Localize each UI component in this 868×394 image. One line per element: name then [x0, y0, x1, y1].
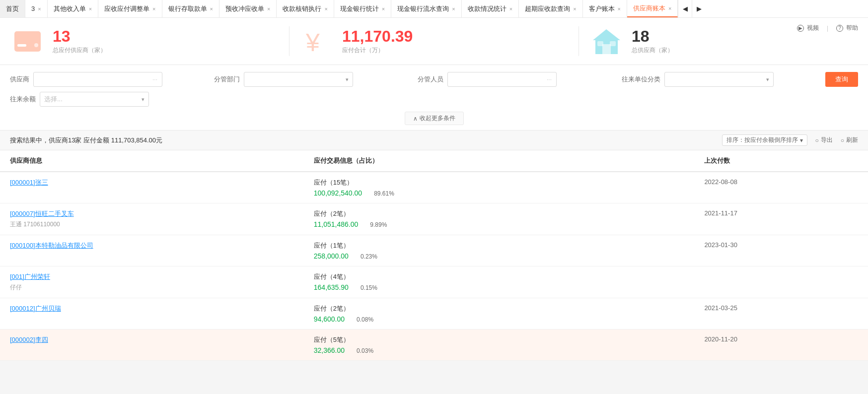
sort-label: 排序：按应付余额倒序排序 — [726, 136, 798, 144]
person-field: 分管人员 ··· — [418, 72, 612, 87]
supplier-link[interactable]: [000007]恒旺二手叉车 — [10, 210, 74, 217]
balance-select[interactable]: 选择... ▾ — [40, 92, 149, 107]
nav-other-income-close[interactable]: × — [89, 6, 92, 12]
result-bar: 搜索结果中，供应商13家 应付金额 111,703,854.00元 排序：按应付… — [0, 131, 868, 150]
svg-rect-0 — [14, 31, 41, 52]
balance-field: 往来余额 选择... ▾ — [10, 92, 858, 107]
tx-cell: 应付（2笔） 94,600.00 0.08% — [304, 298, 695, 329]
nav-overdue-close[interactable]: × — [573, 6, 576, 12]
tx-label: 应付（4笔） — [314, 272, 685, 281]
supplier-input[interactable] — [33, 72, 162, 87]
tx-row: 32,366.00 0.03% — [314, 346, 685, 354]
category-select[interactable]: ▾ — [664, 72, 774, 87]
supplier-sub: 王通 17106110000 — [10, 220, 294, 229]
tx-percent: 0.08% — [357, 316, 373, 323]
nav-cash-stat[interactable]: 现金银行统计 × — [334, 0, 391, 17]
nav-other-income[interactable]: 其他收入单 × — [48, 0, 98, 17]
supplier-link[interactable]: [000012]广州贝瑞 — [10, 305, 61, 312]
col-supplier-info: 供应商信息 — [0, 150, 304, 172]
stat-payable-label: 总应付供应商（家） — [53, 46, 106, 55]
nav-collection-close[interactable]: × — [324, 6, 327, 12]
nav-scroll-left[interactable]: ◀ — [678, 0, 692, 17]
nav-scroll-right[interactable]: ▶ — [692, 0, 706, 17]
nav-overdue[interactable]: 超期应收款查询 × — [519, 0, 582, 17]
export-action[interactable]: ○ 导出 — [815, 136, 833, 144]
last-payment-date: 2021-03-25 — [704, 304, 737, 312]
nav-bank[interactable]: 银行存取款单 × — [162, 0, 219, 17]
tx-row: 11,051,486.00 9.89% — [314, 220, 685, 228]
last-payment-cell: 2021-03-25 — [694, 298, 868, 329]
tx-row: 94,600.00 0.08% — [314, 315, 685, 323]
stat-payable-info: 13 总应付供应商（家） — [53, 28, 106, 55]
tx-cell: 应付（15笔） 100,092,540.00 89.61% — [304, 172, 695, 203]
refresh-action[interactable]: ○ 刷新 — [841, 136, 858, 144]
nav-collection[interactable]: 收款核销执行 × — [277, 0, 334, 17]
nav-prepay-close[interactable]: × — [267, 6, 270, 12]
nav-bank-close[interactable]: × — [210, 6, 213, 12]
nav-other-income-label: 其他收入单 — [54, 4, 86, 13]
nav-supplier-book-label: 供应商账本 — [633, 4, 665, 13]
svg-marker-5 — [593, 29, 620, 40]
stat-amount-label: 应付合计（万） — [342, 46, 413, 55]
nav-supplier-book-close[interactable]: × — [668, 5, 671, 11]
tx-cell: 应付（4笔） 164,635.90 0.15% — [304, 266, 695, 298]
supplier-link[interactable]: [001]广州荣轩 — [10, 273, 50, 280]
tx-percent: 0.15% — [361, 284, 377, 291]
supplier-link[interactable]: [000001]张三 — [10, 179, 48, 186]
search-row-1: 供应商 ··· 分管部门 ▾ 分管人员 ··· 往来单位分类 ▾ 查询 — [10, 72, 858, 87]
sort-arrow: ▾ — [800, 137, 803, 144]
department-arrow: ▾ — [346, 76, 349, 83]
last-payment-date: 2023-01-30 — [704, 241, 737, 249]
stats-bar: 13 总应付供应商（家） ¥ 11,170.39 应付合计（万） — [0, 18, 868, 65]
nav-prepay[interactable]: 预收冲应收单 × — [219, 0, 277, 17]
tx-amount[interactable]: 258,000.00 — [314, 252, 349, 260]
tx-amount[interactable]: 164,635.90 — [314, 283, 349, 291]
video-link[interactable]: ▶ 视频 — [797, 24, 819, 32]
tx-amount[interactable]: 94,600.00 — [314, 315, 345, 323]
nav-tab-3[interactable]: 3 × — [25, 0, 48, 17]
nav-customer-book-close[interactable]: × — [618, 6, 621, 12]
search-area: 供应商 ··· 分管部门 ▾ 分管人员 ··· 往来单位分类 ▾ 查询 — [0, 65, 868, 131]
supplier-cell: [001]广州荣轩仔仔 — [0, 266, 304, 298]
svg-rect-8 — [597, 41, 603, 46]
nav-cash-flow[interactable]: 现金银行流水查询 × — [391, 0, 461, 17]
tx-row: 164,635.90 0.15% — [314, 283, 685, 291]
sort-select[interactable]: 排序：按应付余额倒序排序 ▾ — [722, 134, 807, 146]
tx-percent: 89.61% — [374, 190, 394, 197]
person-input[interactable] — [447, 72, 557, 87]
supplier-link[interactable]: [000100]本特勒油品有限公司 — [10, 242, 93, 249]
nav-home[interactable]: 首页 — [0, 0, 25, 17]
nav-customer-book[interactable]: 客户账本 × — [583, 0, 627, 17]
nav-supplier-book[interactable]: 供应商账本 × — [627, 0, 678, 17]
nav-cash-stat-close[interactable]: × — [382, 6, 385, 12]
category-label: 往来单位分类 — [622, 75, 660, 84]
department-select[interactable]: ▾ — [244, 72, 353, 87]
nav-cash-stat-label: 现金银行统计 — [340, 4, 379, 13]
stat-amount-icon: ¥ — [299, 24, 334, 59]
person-dots: ··· — [547, 76, 552, 83]
person-label: 分管人员 — [418, 75, 443, 84]
tx-amount[interactable]: 100,092,540.00 — [314, 189, 362, 197]
nav-receipt-stat-close[interactable]: × — [509, 6, 512, 12]
collapse-button[interactable]: ∧ 收起更多条件 — [405, 112, 464, 125]
nav-adjust-close[interactable]: × — [152, 6, 155, 12]
supplier-link[interactable]: [000002]李四 — [10, 336, 48, 343]
help-link[interactable]: ? 帮助 — [836, 24, 858, 32]
col-tx-info: 应付交易信息（占比） — [304, 150, 695, 172]
tx-amount[interactable]: 11,051,486.00 — [314, 220, 359, 228]
query-button[interactable]: 查询 — [825, 72, 858, 87]
nav-cash-flow-close[interactable]: × — [452, 6, 455, 12]
nav-tab-3-close[interactable]: × — [38, 6, 41, 12]
tx-cell: 应付（5笔） 32,366.00 0.03% — [304, 329, 695, 361]
supplier-cell: [000100]本特勒油品有限公司 — [0, 235, 304, 266]
stat-shop-icon — [589, 24, 624, 59]
table-row: [000001]张三应付（15笔） 100,092,540.00 89.61% … — [0, 172, 868, 203]
stat-amount-number: 11,170.39 — [342, 28, 413, 44]
supplier-dots: ··· — [152, 76, 157, 83]
nav-receipt-stat[interactable]: 收款情况统计 × — [462, 0, 519, 17]
category-arrow: ▾ — [766, 76, 769, 83]
nav-adjust[interactable]: 应收应付调整单 × — [98, 0, 162, 17]
result-actions: 排序：按应付余额倒序排序 ▾ ○ 导出 ○ 刷新 — [722, 134, 859, 146]
tx-amount[interactable]: 32,366.00 — [314, 346, 345, 354]
supplier-field: 供应商 ··· — [10, 72, 204, 87]
